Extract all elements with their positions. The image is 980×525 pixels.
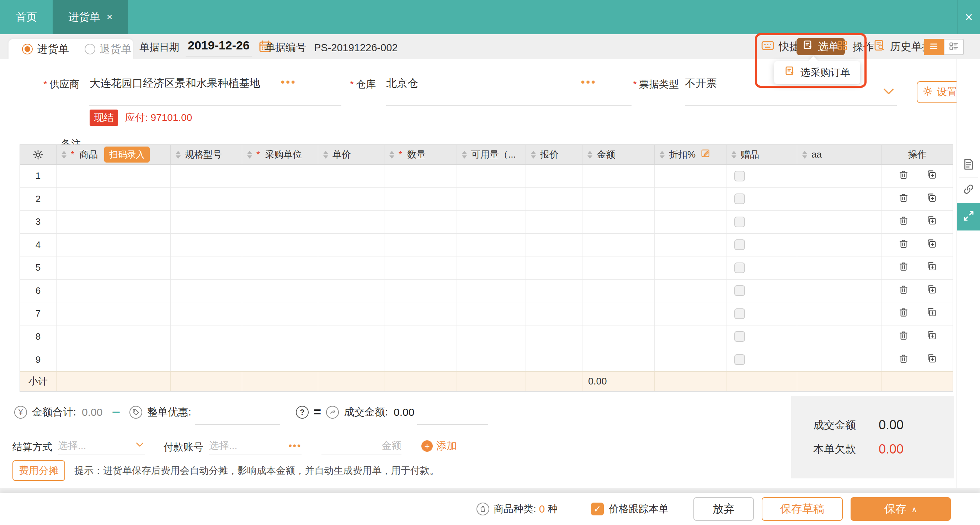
table-cell[interactable] — [242, 348, 318, 371]
list-view-button[interactable] — [924, 39, 944, 55]
trash-icon[interactable] — [898, 169, 909, 183]
table-cell[interactable] — [797, 280, 881, 302]
warehouse-value[interactable]: 北京仓 — [386, 76, 418, 91]
table-cell[interactable] — [727, 256, 797, 279]
col-unit-price[interactable]: 单价 — [318, 145, 384, 164]
radio-purchase[interactable]: 进货单 — [22, 42, 69, 57]
table-cell[interactable] — [318, 188, 384, 210]
edit-icon[interactable] — [700, 148, 711, 161]
tab-purchase-order[interactable]: 进货单 × — [52, 0, 128, 34]
table-cell[interactable] — [526, 325, 582, 348]
table-cell[interactable] — [727, 348, 797, 371]
table-cell[interactable] — [242, 325, 318, 348]
table-cell[interactable] — [57, 348, 171, 371]
invoice-type-value[interactable]: 不开票 — [685, 76, 717, 91]
col-spec[interactable]: 规格型号 — [171, 145, 242, 164]
col-gift[interactable]: 赠品 — [727, 145, 797, 164]
table-cell[interactable] — [655, 256, 727, 279]
table-cell[interactable] — [171, 256, 242, 279]
gift-checkbox[interactable] — [734, 194, 745, 204]
collapse-chevron-icon[interactable] — [881, 84, 896, 100]
table-cell[interactable] — [171, 302, 242, 325]
supplier-value[interactable]: 大连花园口经济区景和水果种植基地 — [90, 76, 260, 91]
table-cell[interactable] — [526, 165, 582, 188]
table-cell[interactable] — [242, 188, 318, 210]
gift-checkbox[interactable] — [734, 216, 745, 227]
col-discount[interactable]: 折扣% — [655, 145, 727, 164]
table-cell[interactable] — [57, 325, 171, 348]
trash-icon[interactable] — [898, 330, 909, 344]
table-settings-gear-icon[interactable] — [20, 145, 57, 164]
sort-icon[interactable] — [247, 151, 252, 159]
table-cell[interactable] — [881, 210, 953, 233]
col-product[interactable]: *商品扫码录入 — [57, 145, 171, 164]
col-purchase-unit[interactable]: *采购单位 — [242, 145, 318, 164]
table-cell[interactable] — [655, 210, 727, 233]
table-cell[interactable] — [384, 165, 457, 188]
gift-checkbox[interactable] — [734, 171, 745, 181]
gift-checkbox[interactable] — [734, 331, 745, 342]
sort-icon[interactable] — [323, 151, 328, 159]
actions-button[interactable]: 操作 — [836, 34, 874, 59]
col-amount[interactable]: 金额 — [582, 145, 655, 164]
table-cell[interactable] — [457, 348, 526, 371]
sort-icon[interactable] — [531, 151, 536, 159]
table-cell[interactable] — [655, 234, 727, 256]
table-cell[interactable] — [881, 234, 953, 256]
table-cell[interactable] — [582, 210, 655, 233]
table-cell[interactable] — [582, 325, 655, 348]
trash-icon[interactable] — [898, 215, 909, 229]
trash-icon[interactable] — [898, 353, 909, 367]
select-purchase-order-menu-item[interactable]: 选采购订单 — [774, 61, 860, 84]
card-view-button[interactable] — [944, 39, 964, 55]
sort-icon[interactable] — [660, 151, 665, 159]
order-discount-input[interactable] — [195, 408, 280, 425]
table-cell[interactable] — [318, 348, 384, 371]
table-cell[interactable] — [318, 234, 384, 256]
table-cell[interactable] — [655, 280, 727, 302]
table-cell[interactable] — [582, 302, 655, 325]
table-cell[interactable] — [881, 256, 953, 279]
table-cell[interactable] — [797, 210, 881, 233]
table-cell[interactable] — [582, 188, 655, 210]
table-cell[interactable] — [457, 302, 526, 325]
table-cell[interactable] — [384, 302, 457, 325]
settle-method-select[interactable]: 选择... — [58, 437, 145, 455]
table-cell[interactable] — [457, 325, 526, 348]
tab-home[interactable]: 首页 — [0, 0, 52, 34]
copy-add-icon[interactable] — [926, 353, 937, 367]
table-cell[interactable] — [457, 234, 526, 256]
table-cell[interactable] — [655, 188, 727, 210]
table-cell[interactable] — [881, 165, 953, 188]
price-track-option[interactable]: ✓ 价格跟踪本单 — [591, 493, 668, 525]
table-cell[interactable] — [727, 280, 797, 302]
copy-add-icon[interactable] — [926, 307, 937, 320]
table-cell[interactable] — [57, 256, 171, 279]
table-cell[interactable] — [727, 165, 797, 188]
save-draft-button[interactable]: 保存草稿 — [762, 497, 843, 521]
table-cell[interactable] — [384, 188, 457, 210]
copy-add-icon[interactable] — [926, 330, 937, 344]
table-cell[interactable] — [881, 302, 953, 325]
table-cell[interactable] — [457, 280, 526, 302]
link-icon[interactable] — [962, 183, 975, 197]
sort-icon[interactable] — [176, 151, 181, 159]
table-cell[interactable] — [797, 188, 881, 210]
table-cell[interactable] — [881, 348, 953, 371]
supplier-picker-ellipsis[interactable]: ••• — [281, 76, 297, 88]
fee-share-button[interactable]: 费用分摊 — [13, 460, 65, 481]
table-cell[interactable] — [318, 210, 384, 233]
trash-icon[interactable] — [898, 192, 909, 206]
gift-checkbox[interactable] — [734, 285, 745, 296]
table-cell[interactable] — [242, 165, 318, 188]
copy-add-icon[interactable] — [926, 238, 937, 252]
table-cell[interactable] — [171, 210, 242, 233]
table-cell[interactable] — [526, 256, 582, 279]
cancel-button[interactable]: 放弃 — [694, 497, 754, 521]
table-cell[interactable] — [57, 165, 171, 188]
window-close-icon[interactable]: × — [957, 0, 980, 34]
table-cell[interactable] — [242, 234, 318, 256]
scan-entry-button[interactable]: 扫码录入 — [104, 146, 150, 162]
table-cell[interactable] — [318, 165, 384, 188]
table-cell[interactable] — [171, 234, 242, 256]
